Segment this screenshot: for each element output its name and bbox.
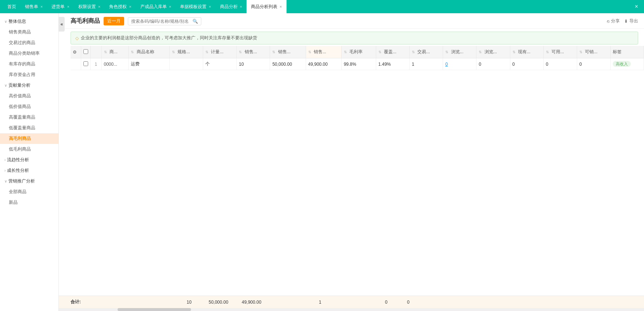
cell-checkbox[interactable] — [81, 58, 90, 70]
search-box[interactable]: 🔍 — [128, 17, 201, 25]
table-row: 1 0000... 运费 个 10 50,000.00 49,900.00 99… — [71, 58, 644, 70]
cell-available: 0 — [543, 58, 577, 70]
horizontal-scrollbar[interactable] — [59, 308, 644, 311]
sidebar-item-new-goods[interactable]: 新品 — [0, 197, 58, 208]
cell-sales3: 49,900.00 — [306, 58, 341, 70]
nav-home[interactable]: 首页 — [3, 0, 21, 13]
sidebar-collapse-button[interactable]: « — [59, 17, 65, 32]
footer-cell-empty5 — [166, 300, 184, 305]
col-settings[interactable]: ⚙ — [71, 46, 81, 58]
sidebar-item-traded-goods[interactable]: 交易过的商品 — [0, 37, 58, 48]
select-all-checkbox[interactable] — [83, 49, 88, 54]
col-tag[interactable]: 标签 — [611, 46, 644, 58]
footer-sales2-total: 50,000.00 — [206, 300, 240, 305]
nav-role-auth[interactable]: 角色授权 × — [105, 0, 136, 13]
col-current-stock[interactable]: ⇅ 现有... — [510, 46, 543, 58]
nav-purchase-order[interactable]: 进货单 × — [47, 0, 73, 13]
footer-available: 0 — [405, 300, 427, 305]
nav-permission-settings[interactable]: 权限设置 × — [74, 0, 105, 13]
cell-coverage: 1.49% — [376, 58, 409, 70]
search-icon[interactable]: 🔍 — [193, 19, 198, 24]
col-browse1[interactable]: ⇅ 浏览... — [443, 46, 476, 58]
cell-browse1[interactable]: 0 — [443, 58, 476, 70]
col-checkbox[interactable] — [81, 46, 90, 58]
close-icon[interactable]: × — [67, 4, 69, 9]
cell-sales2: 50,000.00 — [270, 58, 306, 70]
data-table: ⚙ ⇅ 商... ⇅ 商品名称 — [71, 46, 644, 70]
sidebar-item-in-stock-goods[interactable]: 有库存的商品 — [0, 59, 58, 69]
table-container[interactable]: ⚙ ⇅ 商... ⇅ 商品名称 — [59, 46, 644, 296]
scrollbar-thumb[interactable] — [118, 308, 191, 311]
sidebar-item-sales-goods[interactable]: 销售类商品 — [0, 27, 58, 37]
close-icon[interactable]: × — [40, 4, 43, 9]
footer-cells: 10 50,000.00 49,900.00 1 0 0 — [100, 300, 427, 305]
chevron-down-icon: ∨ — [4, 19, 7, 23]
cell-browse2: 0 — [476, 58, 510, 70]
cell-transaction: 1 — [409, 58, 443, 70]
col-coverage[interactable]: ⇅ 覆盖... — [376, 46, 409, 58]
settings-icon[interactable]: ⚙ — [73, 50, 77, 55]
col-transaction[interactable]: ⇅ 交易... — [409, 46, 443, 58]
footer-cell-empty4 — [144, 300, 166, 305]
footer-empty9 — [361, 300, 383, 305]
cell-spec — [169, 58, 203, 70]
cell-index: 1 — [90, 58, 101, 70]
footer-cell-empty3 — [129, 300, 144, 305]
nav-product-analysis-list[interactable]: 商品分析列表 × — [247, 0, 286, 13]
sidebar-item-high-margin[interactable]: 高毛利商品 — [0, 133, 58, 144]
cell-tag: 高收入 — [611, 58, 644, 70]
col-unit[interactable]: ⇅ 计量... — [203, 46, 237, 58]
export-button[interactable]: ⬇ 导出 — [624, 18, 638, 24]
col-spec[interactable]: ⇅ 规格... — [169, 46, 203, 58]
period-button[interactable]: 近一月 — [104, 17, 124, 25]
search-input[interactable] — [131, 19, 193, 24]
col-code[interactable]: ⇅ 商... — [101, 46, 129, 58]
content-header: 高毛利商品 近一月 🔍 ⎋ 分享 ⬇ 导出 — [59, 13, 644, 29]
close-icon[interactable]: × — [98, 4, 100, 9]
table-footer: 合计: 10 50,000.00 49,900.00 1 0 0 — [59, 296, 644, 308]
close-icon[interactable]: × — [169, 4, 171, 9]
sidebar-group-contribution[interactable]: ∨ 贡献量分析 — [0, 80, 58, 91]
close-icon[interactable]: × — [280, 4, 282, 9]
cell-settings — [71, 58, 81, 70]
col-index — [90, 46, 101, 58]
sidebar-group-marketing[interactable]: ∨ 营销推广分析 — [0, 176, 58, 187]
close-icon[interactable]: × — [129, 4, 131, 9]
sidebar-item-category-rate[interactable]: 商品分类助销率 — [0, 48, 58, 59]
row-checkbox[interactable] — [83, 61, 88, 66]
sidebar-item-high-coverage[interactable]: 高覆盖量商品 — [0, 112, 58, 123]
share-button[interactable]: ⎋ 分享 — [607, 18, 620, 24]
sidebar-item-low-coverage[interactable]: 低覆盖量商品 — [0, 123, 58, 133]
sidebar-item-all-goods[interactable]: 全部商品 — [0, 187, 58, 197]
nav-sales-order[interactable]: 销售单 × — [21, 0, 47, 13]
col-sellable[interactable]: ⇅ 可销... — [577, 46, 610, 58]
nav-product-analysis[interactable]: 商品分析 × — [216, 0, 247, 13]
cell-name: 运费 — [129, 58, 170, 70]
sidebar-item-high-value[interactable]: 高价值商品 — [0, 91, 58, 101]
footer-empty6 — [273, 300, 295, 305]
chevron-right-icon: › — [4, 169, 6, 173]
col-available[interactable]: ⇅ 可用... — [543, 46, 577, 58]
col-name[interactable]: ⇅ 商品名称 — [129, 46, 170, 58]
close-icon[interactable]: × — [240, 4, 242, 9]
col-sales3[interactable]: ⇅ 销售... — [306, 46, 341, 58]
col-browse2[interactable]: ⇅ 浏览... — [476, 46, 510, 58]
sidebar-group-overall[interactable]: ∨ 整体信息 — [0, 16, 58, 27]
top-nav: 首页 销售单 × 进货单 × 权限设置 × 角色授权 × 产成品入库单 × 单据… — [0, 0, 644, 13]
footer-cell-empty2 — [115, 300, 129, 305]
sidebar-group-trend[interactable]: › 流趋性分析 — [0, 155, 58, 165]
sidebar-item-low-value[interactable]: 低价值商品 — [0, 101, 58, 112]
col-sales2[interactable]: ⇅ 销售... — [270, 46, 306, 58]
close-icon[interactable]: × — [209, 4, 211, 9]
header-actions: ⎋ 分享 ⬇ 导出 — [607, 18, 638, 24]
col-sales1[interactable]: ⇅ 销售... — [237, 46, 270, 58]
col-gross-rate[interactable]: ⇅ 毛利率 — [341, 46, 376, 58]
cell-sales1: 10 — [237, 58, 270, 70]
nav-template-settings[interactable]: 单据模板设置 × — [176, 0, 215, 13]
nav-product-entry[interactable]: 产成品入库单 × — [136, 0, 176, 13]
sidebar-item-inventory-capital[interactable]: 库存资金占用 — [0, 69, 58, 80]
window-close-button[interactable]: × — [632, 3, 641, 10]
sidebar-group-growth[interactable]: › 成长性分析 — [0, 165, 58, 176]
footer-transaction-total: 1 — [317, 300, 339, 305]
sidebar-item-low-margin[interactable]: 低毛利商品 — [0, 144, 58, 155]
